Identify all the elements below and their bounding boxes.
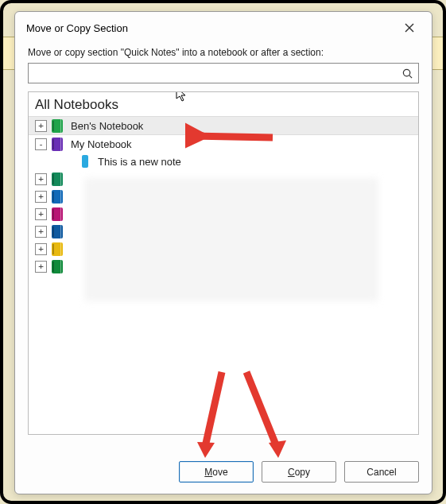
move-copy-dialog: Move or Copy Section Move or copy sectio… [14, 11, 432, 494]
move-button[interactable]: Move [179, 461, 254, 483]
button-row: Move Copy Cancel [179, 461, 419, 483]
notebook-icon [52, 119, 63, 133]
tree-notebook-row[interactable]: +Ben's Notebook [29, 116, 418, 135]
notebook-icon [52, 207, 63, 221]
tree-notebook-row[interactable]: -My Notebook [29, 135, 418, 153]
titlebar: Move or Copy Section [15, 12, 432, 39]
section-icon [82, 155, 88, 168]
notebook-icon [52, 190, 63, 204]
notebook-tree[interactable]: All Notebooks +Ben's Notebook-My Noteboo… [28, 91, 419, 435]
dialog-title: Move or Copy Section [26, 22, 128, 34]
dialog-prompt: Move or copy section "Quick Notes" into … [15, 39, 432, 63]
expand-icon[interactable]: + [35, 191, 47, 203]
search-box[interactable] [28, 63, 419, 83]
search-row [15, 63, 432, 83]
expand-icon[interactable]: + [35, 120, 47, 132]
notebook-icon [52, 173, 63, 186]
notebook-icon [52, 242, 63, 256]
tree-header: All Notebooks [29, 92, 418, 114]
search-icon [396, 68, 418, 79]
close-icon [405, 23, 414, 33]
tree-section-row[interactable]: This is a new note [29, 153, 418, 170]
notebook-icon [52, 260, 63, 273]
search-input[interactable] [29, 66, 396, 80]
expand-icon[interactable]: + [35, 226, 47, 238]
expand-icon[interactable]: + [35, 173, 47, 185]
tree-item-label: This is a new note [98, 156, 181, 168]
cancel-button[interactable]: Cancel [344, 461, 419, 483]
svg-point-2 [403, 69, 409, 76]
expander-spacer [65, 157, 76, 167]
notebook-icon [52, 225, 63, 238]
expand-icon[interactable]: + [35, 261, 47, 273]
expand-icon[interactable]: + [35, 243, 47, 255]
tree-item-label: My Notebook [71, 138, 132, 150]
expand-icon[interactable]: + [35, 208, 47, 220]
svg-line-3 [409, 75, 411, 77]
close-button[interactable] [398, 20, 421, 36]
tree-item-label: Ben's Notebook [71, 120, 143, 132]
notebook-icon [52, 138, 63, 151]
copy-button[interactable]: Copy [262, 461, 336, 483]
collapse-icon[interactable]: - [35, 138, 47, 150]
redacted-area [84, 178, 378, 301]
